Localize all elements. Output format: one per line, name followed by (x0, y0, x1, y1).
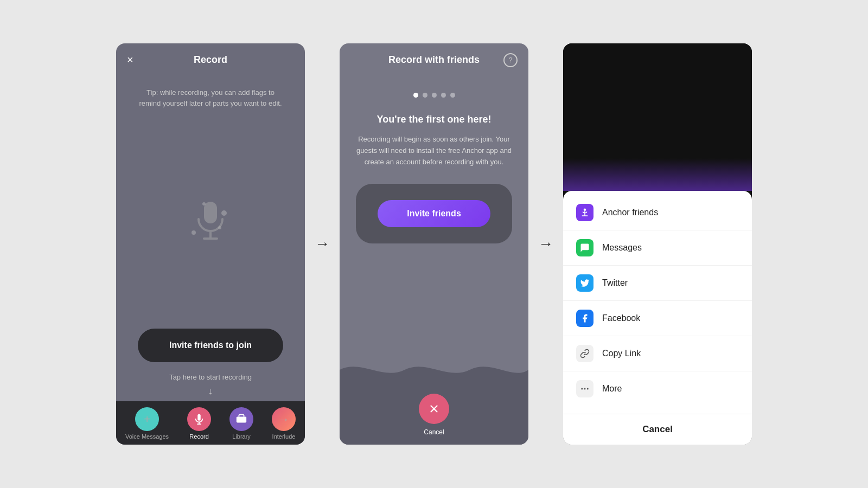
screen2-pagination-dots (340, 71, 528, 114)
facebook-icon (576, 310, 593, 327)
share-cancel-button[interactable]: Cancel (563, 414, 752, 445)
svg-point-9 (584, 209, 586, 211)
wave-decoration (340, 354, 528, 386)
share-item-more[interactable]: More (563, 371, 752, 406)
screen1-mic-area (116, 114, 305, 329)
twitter-label: Twitter (602, 278, 628, 288)
cancel-button[interactable] (419, 394, 449, 424)
svg-rect-0 (204, 202, 217, 223)
svg-point-11 (581, 388, 583, 390)
screen2-header: Record with friends ? (340, 43, 528, 71)
dot-3 (432, 93, 437, 98)
arrow-1: → (315, 235, 330, 253)
nav-item-interlude[interactable]: → Interlude (272, 407, 296, 440)
invite-friends-button[interactable]: Invite friends (378, 200, 490, 227)
screen1-header: × Record (116, 43, 305, 71)
tap-arrow-icon: ↓ (116, 386, 305, 401)
screen2-lower: Cancel (340, 386, 528, 445)
mic-icon-wrap (189, 200, 232, 243)
share-sheet: Anchor friends Messages (563, 191, 752, 445)
share-item-copy-link[interactable]: Copy Link (563, 336, 752, 371)
nav-label-voice-messages: Voice Messages (125, 433, 169, 440)
arrow-2: → (538, 235, 553, 253)
tap-hint-text: Tap here to start recording (116, 373, 305, 386)
nav-item-voice-messages[interactable]: + Voice Messages (125, 407, 169, 440)
dot-4 (441, 93, 446, 98)
screen2-description: Recording will begin as soon as others j… (356, 134, 512, 168)
invite-friends-to-join-button[interactable]: Invite friends to join (138, 329, 283, 362)
help-button[interactable]: ? (503, 53, 518, 67)
nav-label-library: Library (232, 433, 251, 440)
record-icon (187, 407, 211, 431)
screen-share: Anchor friends Messages (563, 43, 752, 445)
dot-2 (423, 93, 427, 98)
library-icon (229, 407, 253, 431)
link-icon (576, 345, 593, 362)
dot-1 (413, 93, 418, 98)
messages-label: Messages (602, 243, 642, 253)
svg-rect-3 (197, 414, 201, 421)
first-one-text: You're the first one here! (377, 114, 492, 125)
interlude-icon: → (272, 407, 296, 431)
nav-item-record[interactable]: Record (187, 407, 211, 440)
more-label: More (602, 384, 622, 394)
dot-5 (450, 93, 455, 98)
twitter-icon (576, 274, 593, 292)
cancel-label: Cancel (424, 428, 444, 436)
voice-messages-icon: + (135, 407, 159, 431)
copy-link-label: Copy Link (602, 349, 641, 358)
nav-label-record: Record (189, 433, 208, 440)
share-item-anchor-friends[interactable]: Anchor friends (563, 195, 752, 230)
share-item-messages[interactable]: Messages (563, 230, 752, 266)
facebook-label: Facebook (602, 313, 640, 323)
messages-icon (576, 239, 593, 256)
svg-point-13 (587, 388, 589, 390)
bottom-nav: + Voice Messages Record (116, 401, 305, 445)
nav-item-library[interactable]: Library (229, 407, 253, 440)
share-list: Anchor friends Messages (563, 191, 752, 410)
anchor-friends-label: Anchor friends (602, 208, 658, 217)
close-button[interactable]: × (127, 54, 133, 66)
screen3-dark-top (563, 43, 752, 191)
svg-point-12 (584, 388, 586, 390)
anchor-friends-icon (576, 204, 593, 221)
svg-rect-6 (237, 416, 246, 422)
nav-label-interlude: Interlude (272, 433, 296, 440)
screen-record-with-friends: Record with friends ? You're the first o… (340, 43, 528, 445)
screen1-title: Record (194, 54, 227, 66)
screen2-dark-panel: Invite friends (356, 184, 512, 243)
screen1-tip-text: Tip: while recording, you can add flags … (116, 71, 305, 114)
screen-record: × Record Tip: while recording, you can a… (116, 43, 305, 445)
more-icon (576, 380, 593, 397)
screen2-title: Record with friends (388, 54, 480, 66)
purple-glow (563, 158, 752, 191)
microphone-icon (189, 200, 232, 243)
share-item-facebook[interactable]: Facebook (563, 301, 752, 336)
screen2-content: You're the first one here! Recording wil… (340, 114, 528, 348)
share-item-twitter[interactable]: Twitter (563, 266, 752, 301)
